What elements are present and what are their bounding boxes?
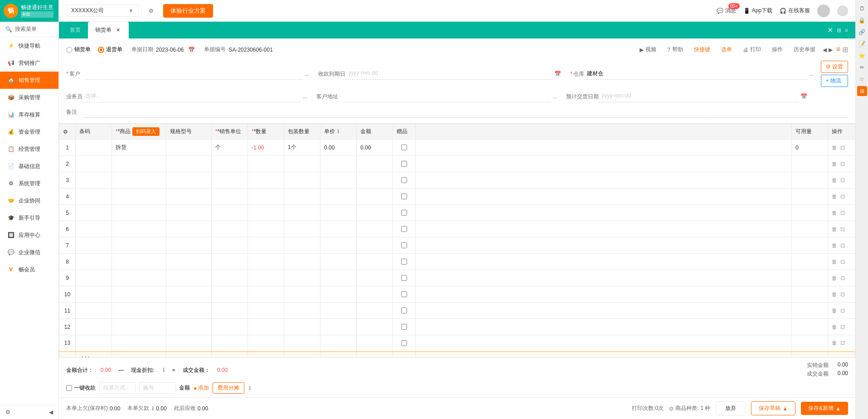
messages-button[interactable]: 💬 消息 99+ [717, 7, 736, 14]
row-product[interactable] [112, 319, 166, 335]
history-btn[interactable]: 历史单据 [790, 44, 819, 55]
gift-checkbox[interactable] [401, 193, 407, 199]
sidebar-item-operations[interactable]: 📋 经营管理 [0, 140, 58, 158]
row-amount[interactable]: 0.00 [357, 140, 393, 156]
row-pkgqty[interactable] [284, 172, 320, 188]
app-download-button[interactable]: 📱 App下载 [743, 7, 772, 14]
row-unit[interactable] [212, 270, 248, 286]
discount-info-icon[interactable]: ℹ [163, 367, 165, 373]
right-action-lock[interactable]: 🔒 [857, 15, 867, 25]
row-product[interactable] [112, 221, 166, 237]
address-ellipsis[interactable]: ... [553, 93, 557, 100]
row-spec[interactable] [166, 335, 212, 352]
row-amount[interactable] [357, 172, 393, 188]
copy-icon[interactable]: ⊡ [840, 308, 845, 314]
tab-grid-icon[interactable]: ⊞ [837, 27, 841, 34]
row-spec[interactable] [166, 205, 212, 221]
row-unit[interactable] [212, 156, 248, 172]
row-amount[interactable] [357, 303, 393, 319]
gift-checkbox[interactable] [401, 324, 407, 330]
row-unit[interactable] [212, 335, 248, 352]
settlement-method-select[interactable]: 结算方式 [99, 382, 136, 394]
row-pkgqty[interactable] [284, 286, 320, 303]
row-amount[interactable] [357, 335, 393, 352]
sidebar-item-vip[interactable]: V 畅会员 [0, 261, 58, 278]
th-settings[interactable]: ⚙ [59, 124, 76, 140]
row-spec[interactable] [166, 188, 212, 205]
row-qty[interactable] [248, 319, 284, 335]
row-price[interactable] [320, 188, 357, 205]
right-action-edit[interactable]: 📝 [857, 39, 867, 49]
customer-ellipsis[interactable]: ... [305, 71, 309, 77]
row-product[interactable] [112, 237, 166, 254]
row-amount[interactable] [357, 205, 393, 221]
select-btn[interactable]: 选单 [718, 44, 736, 55]
settings-bottom-icon[interactable]: ⚙ [5, 409, 10, 415]
row-barcode[interactable] [76, 303, 112, 319]
copy-icon[interactable]: ⊡ [840, 177, 845, 183]
product-type-icon[interactable]: ⊙ [669, 405, 674, 412]
row-amount[interactable] [357, 221, 393, 237]
grid-view-icon[interactable]: ⊞ [842, 45, 848, 54]
row-price[interactable] [320, 205, 357, 221]
delete-icon[interactable]: 🗑 [832, 242, 837, 249]
tab-list-icon[interactable]: ≡ [845, 27, 848, 34]
row-amount[interactable] [357, 188, 393, 205]
delete-icon[interactable]: 🗑 [832, 161, 837, 167]
one-click-checkbox[interactable] [66, 385, 72, 391]
gift-checkbox[interactable] [401, 275, 407, 281]
row-barcode[interactable] [76, 221, 112, 237]
delete-icon[interactable]: 🗑 [832, 177, 837, 183]
sidebar-item-enterprise[interactable]: 🤝 企业协同 [0, 192, 58, 209]
row-product[interactable]: 拆货 [112, 140, 166, 156]
calendar-icon[interactable]: 📅 [188, 47, 195, 53]
sidebar-item-finance[interactable]: 💰 资金管理 [0, 123, 58, 140]
row-amount[interactable] [357, 156, 393, 172]
row-qty[interactable] [248, 270, 284, 286]
add-payment-btn[interactable]: ● 添加 [194, 384, 209, 392]
calendar-icon2[interactable]: 📅 [554, 71, 561, 77]
gift-checkbox[interactable] [401, 210, 407, 216]
delete-icon[interactable]: 🗑 [832, 144, 837, 151]
row-price[interactable] [320, 172, 357, 188]
row-unit[interactable] [212, 254, 248, 270]
row-spec[interactable] [166, 140, 212, 156]
gift-checkbox[interactable] [401, 308, 407, 313]
copy-icon[interactable]: ⊡ [840, 340, 845, 346]
copy-icon[interactable]: ⊡ [840, 210, 845, 216]
credit-info-icon[interactable]: ℹ [152, 405, 154, 412]
row-pkgqty[interactable] [284, 156, 320, 172]
row-spec[interactable] [166, 286, 212, 303]
gift-checkbox[interactable] [401, 144, 407, 150]
gift-checkbox[interactable] [401, 226, 407, 232]
list-view-icon[interactable]: ≡ [836, 45, 840, 54]
warehouse-input[interactable]: 建材仓 [584, 68, 807, 80]
delete-icon[interactable]: 🗑 [832, 308, 837, 314]
row-spec[interactable] [166, 156, 212, 172]
copy-icon[interactable]: ⊡ [840, 144, 845, 151]
row-unit[interactable] [212, 221, 248, 237]
payment-date-input[interactable]: yyyy-mm-dd [345, 68, 553, 80]
ops-btn[interactable]: 操作 [768, 44, 786, 55]
delete-icon[interactable]: 🗑 [832, 210, 837, 216]
row-unit[interactable] [212, 205, 248, 221]
print-btn[interactable]: 🖨 打印 [739, 44, 765, 55]
gift-checkbox[interactable] [401, 291, 407, 297]
delete-icon[interactable]: 🗑 [832, 324, 837, 330]
row-product[interactable] [112, 335, 166, 352]
row-product[interactable] [112, 205, 166, 221]
row-barcode[interactable] [76, 270, 112, 286]
delete-icon[interactable]: 🗑 [832, 291, 837, 298]
row-price[interactable] [320, 254, 357, 270]
row-pkgqty[interactable] [284, 221, 320, 237]
collapse-icon[interactable]: ◀ [49, 409, 53, 415]
trial-button[interactable]: 体验行业方案 [163, 4, 213, 18]
row-pkgqty[interactable] [284, 303, 320, 319]
tab-sales-order[interactable]: 销货单 ✕ [88, 22, 129, 39]
row-pkgqty[interactable] [284, 319, 320, 335]
online-service-button[interactable]: 🎧 在线客服 [780, 7, 810, 14]
company-selector[interactable]: XXXXXX公司 ▼ [66, 5, 139, 17]
row-unit[interactable]: 个 [212, 140, 248, 156]
save-draft-button[interactable]: 保存草稿 ▲ [751, 401, 795, 415]
account-select[interactable]: 账号 [139, 382, 175, 394]
